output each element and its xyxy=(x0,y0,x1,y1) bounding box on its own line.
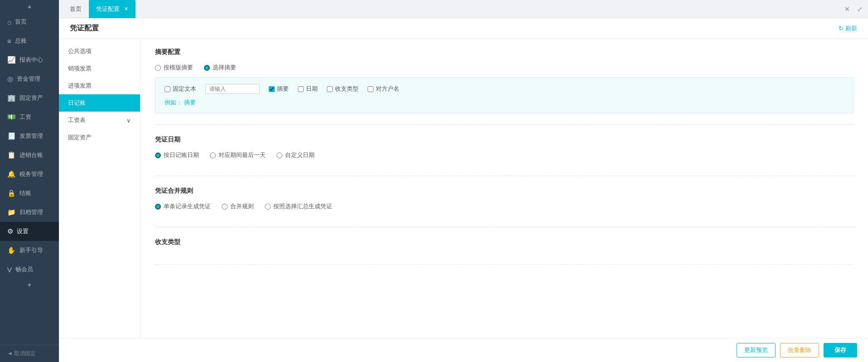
checkbox-counterpart-input[interactable] xyxy=(368,86,373,92)
summary-config-box: 固定文本 摘要 日期 xyxy=(155,77,853,113)
sidebar-item-archive[interactable]: 📁 归档管理 xyxy=(0,203,59,222)
summary-checkbox-group: 固定文本 摘要 日期 xyxy=(165,84,844,94)
radio-merge-rules-input[interactable] xyxy=(222,204,228,210)
checkbox-date-input[interactable] xyxy=(298,86,304,92)
voucher-date-section: 凭证日期 按日记账日期 对应期间最后一天 自定义日期 xyxy=(155,136,853,176)
sidebar-item-guide[interactable]: ✋ 新手引导 xyxy=(0,241,59,260)
left-nav-purchase-invoice[interactable]: 进项发票 xyxy=(59,77,140,94)
radio-single-record[interactable]: 单条记录生成凭证 xyxy=(155,202,211,210)
tab-close-window-button[interactable]: ✕ xyxy=(843,4,852,15)
sidebar-scroll-down[interactable]: ▼ xyxy=(0,279,59,291)
funds-icon: ◎ xyxy=(7,75,13,83)
close-account-icon: 🔒 xyxy=(7,189,16,197)
sidebar-item-assets[interactable]: 🏢 固定资产 xyxy=(0,88,59,108)
invoices-icon: 🧾 xyxy=(7,132,16,140)
archive-icon: 📁 xyxy=(7,208,16,216)
sidebar-item-home[interactable]: ⌂ 首页 xyxy=(0,12,59,31)
tab-restore-button[interactable]: ⤢ xyxy=(855,4,864,15)
radio-period-last-day-input[interactable] xyxy=(210,152,216,158)
merge-rules-section: 凭证合并规则 单条记录生成凭证 合并规则 按照选择汇总生成凭证 xyxy=(155,187,853,227)
sidebar-item-close[interactable]: 🔒 结账 xyxy=(0,184,59,203)
save-button[interactable]: 保存 xyxy=(824,343,857,357)
income-type-title: 收支类型 xyxy=(155,238,853,246)
radio-select-summary-input[interactable] xyxy=(204,65,210,71)
radio-custom-date-input[interactable] xyxy=(276,152,282,158)
left-nav-public[interactable]: 公共选项 xyxy=(59,43,140,60)
bottom-bar: 更新预览 批量删除 保存 xyxy=(59,338,868,362)
content-area: 凭证配置 ↻ 刷新 公共选项 销项发票 进项发票 日记账 xyxy=(59,18,868,362)
ledger-icon: ≡ xyxy=(7,37,11,45)
sidebar-item-funds[interactable]: ◎ 资金管理 xyxy=(0,69,59,88)
page-header: 凭证配置 ↻ 刷新 xyxy=(59,18,868,39)
radio-template-summary[interactable]: 按模版摘要 xyxy=(155,64,193,72)
radio-select-summary[interactable]: 选择摘要 xyxy=(204,64,236,72)
checkbox-income-type[interactable]: 收支类型 xyxy=(327,85,359,93)
example-text: 例如： 摘要 xyxy=(165,98,844,107)
radio-merge-rules[interactable]: 合并规则 xyxy=(222,202,254,210)
tax-icon: 🔔 xyxy=(7,170,16,178)
income-type-section: 收支类型 xyxy=(155,238,853,265)
left-nav-journal[interactable]: 日记账 xyxy=(59,94,140,112)
sidebar-item-invoices[interactable]: 🧾 发票管理 xyxy=(0,127,59,146)
left-nav-sales-invoice[interactable]: 销项发票 xyxy=(59,60,140,77)
summary-radio-group: 按模版摘要 选择摘要 xyxy=(155,64,853,72)
right-content: 摘要配置 按模版摘要 选择摘要 xyxy=(141,39,868,338)
checkbox-summary[interactable]: 摘要 xyxy=(269,85,289,93)
left-nav: 公共选项 销项发票 进项发票 日记账 工资表 ∨ 固定资产 xyxy=(59,39,141,338)
radio-period-last-day[interactable]: 对应期间最后一天 xyxy=(210,151,266,159)
checkbox-counterpart[interactable]: 对方户名 xyxy=(368,85,399,93)
refresh-icon: ↻ xyxy=(839,25,844,32)
settings-icon: ⚙ xyxy=(7,227,13,235)
voucher-date-radio-group: 按日记账日期 对应期间最后一天 自定义日期 xyxy=(155,151,853,159)
expand-icon: ∨ xyxy=(126,117,131,124)
checkbox-summary-input[interactable] xyxy=(269,86,275,92)
sidebar-unpin[interactable]: ◄ 取消固定 xyxy=(0,345,59,362)
fixed-text-input[interactable] xyxy=(205,84,260,94)
summary-config-title: 摘要配置 xyxy=(155,48,853,56)
guide-icon: ✋ xyxy=(7,246,16,254)
pin-icon: ◄ xyxy=(7,350,13,357)
sidebar: ▲ ⌂ 首页 ≡ 总账 📈 报表中心 ◎ 资金管理 🏢 固定资产 💵 工资 🧾 … xyxy=(0,0,59,362)
merge-rules-radio-group: 单条记录生成凭证 合并规则 按照选择汇总生成凭证 xyxy=(155,202,853,210)
sidebar-scroll-up[interactable]: ▲ xyxy=(0,0,59,12)
checkbox-fixed-text-input[interactable] xyxy=(165,86,170,92)
refresh-button[interactable]: ↻ 刷新 xyxy=(839,24,857,33)
radio-select-merge-input[interactable] xyxy=(265,204,271,210)
merge-rules-title: 凭证合并规则 xyxy=(155,187,853,195)
checkbox-fixed-text[interactable]: 固定文本 xyxy=(165,85,196,93)
sidebar-item-tax[interactable]: 🔔 税务管理 xyxy=(0,165,59,184)
radio-select-merge[interactable]: 按照选择汇总生成凭证 xyxy=(265,202,332,210)
radio-custom-date[interactable]: 自定义日期 xyxy=(276,151,315,159)
page-title: 凭证配置 xyxy=(70,24,99,33)
tab-bar: 首页 凭证配置 ✕ ✕ ⤢ xyxy=(59,0,868,18)
left-nav-payroll-table[interactable]: 工资表 ∨ xyxy=(59,112,140,129)
radio-template-summary-input[interactable] xyxy=(155,65,161,71)
member-icon: V xyxy=(7,266,12,274)
tab-actions: ✕ ⤢ xyxy=(843,4,864,15)
radio-single-record-input[interactable] xyxy=(155,204,161,210)
update-preview-button[interactable]: 更新预览 xyxy=(737,343,776,357)
checkbox-date[interactable]: 日期 xyxy=(298,85,318,93)
reports-icon: 📈 xyxy=(7,56,16,64)
checkbox-income-type-input[interactable] xyxy=(327,86,333,92)
payroll-icon: 💵 xyxy=(7,113,16,121)
left-nav-fixed-assets[interactable]: 固定资产 xyxy=(59,129,140,146)
sidebar-item-reports[interactable]: 📈 报表中心 xyxy=(0,50,59,69)
main-area: 首页 凭证配置 ✕ ✕ ⤢ 凭证配置 ↻ 刷新 公共选项 xyxy=(59,0,868,362)
tab-home[interactable]: 首页 xyxy=(63,0,89,18)
radio-journal-date[interactable]: 按日记账日期 xyxy=(155,151,199,159)
tab-voucher-config[interactable]: 凭证配置 ✕ xyxy=(89,0,136,18)
sidebar-item-payroll[interactable]: 💵 工资 xyxy=(0,108,59,127)
tab-close-icon[interactable]: ✕ xyxy=(124,6,128,12)
sidebar-item-settings[interactable]: ⚙ 设置 xyxy=(0,222,59,241)
voucher-date-title: 凭证日期 xyxy=(155,136,853,144)
sidebar-item-purchase-sales[interactable]: 📋 进销台账 xyxy=(0,146,59,165)
sidebar-item-member[interactable]: V 畅会员 xyxy=(0,260,59,279)
summary-config-section: 摘要配置 按模版摘要 选择摘要 xyxy=(155,48,853,125)
radio-journal-date-input[interactable] xyxy=(155,152,161,158)
sidebar-item-ledger[interactable]: ≡ 总账 xyxy=(0,31,59,50)
home-icon: ⌂ xyxy=(7,18,11,26)
body-layout: 公共选项 销项发票 进项发票 日记账 工资表 ∨ 固定资产 xyxy=(59,39,868,338)
batch-delete-button[interactable]: 批量删除 xyxy=(780,343,819,357)
purchase-sales-icon: 📋 xyxy=(7,151,16,159)
